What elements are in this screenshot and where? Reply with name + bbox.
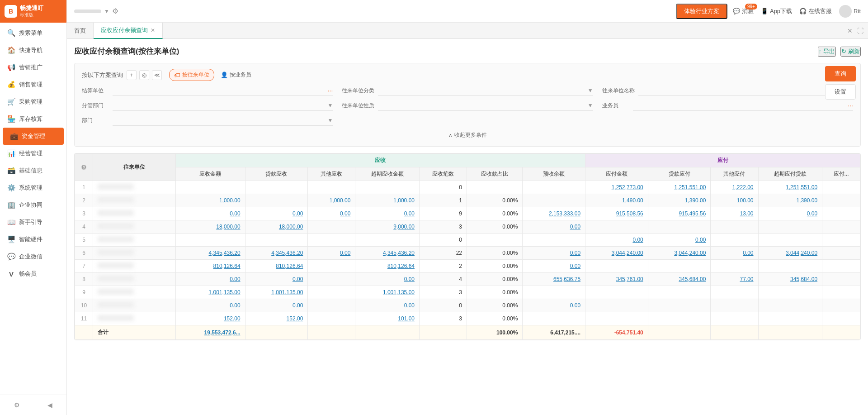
sidebar-item-marketing[interactable]: 📢 营销推广 — [0, 59, 66, 76]
query-button[interactable]: 查询 — [825, 66, 856, 81]
cell-prepay[interactable]: 0.00 — [523, 220, 585, 234]
tab-close-btn[interactable]: ✕ — [151, 27, 155, 33]
window-expand-btn[interactable]: ⛶ — [857, 27, 863, 34]
cell-loan_ar[interactable]: 0.00 — [245, 299, 308, 312]
cell-overdue_ar[interactable]: 0.00 — [355, 273, 420, 286]
cell-ar_amount[interactable]: 810,126.64 — [175, 260, 245, 273]
cell-ar_amount[interactable]: 18,000.00 — [175, 220, 245, 234]
collapse-btn[interactable]: ∧ 收起更多条件 — [82, 129, 853, 141]
sidebar-item-purchase[interactable]: 🛒 采购管理 — [0, 93, 66, 110]
cell-overdue_ar[interactable]: 810,126.64 — [355, 260, 420, 273]
cell-ar_amount[interactable]: 0.00 — [175, 273, 245, 286]
refresh-button[interactable]: ↻ 刷新 — [840, 47, 861, 57]
tab-query[interactable]: 应收应付余额查询 ✕ — [94, 23, 163, 39]
sidebar-item-inventory[interactable]: 🏪 库存核算 — [0, 110, 66, 128]
field-unit-category-input[interactable] — [378, 86, 587, 95]
sidebar-item-base[interactable]: 🗃️ 基础信息 — [0, 162, 66, 179]
cell-ap_amount[interactable]: 345,761.00 — [585, 273, 648, 286]
cell-other_ar[interactable]: 0.00 — [308, 247, 355, 260]
sidebar-item-wechat[interactable]: 💬 企业微信 — [0, 248, 66, 265]
sidebar-item-guide[interactable]: 📖 新手引导 — [0, 214, 66, 231]
field-unit-name-input[interactable] — [638, 86, 853, 96]
sidebar-item-finance[interactable]: 💼 资金管理 — [3, 128, 64, 145]
cell-ar_amount[interactable]: 1,000.00 — [175, 194, 245, 207]
cell-overdue_ap[interactable]: 3,044,240.00 — [758, 247, 822, 260]
cell-ap_amount[interactable]: 0.00 — [585, 234, 648, 247]
cell-other_ap[interactable]: 0.00 — [711, 247, 758, 260]
cell-overdue_ap[interactable]: 1,251,551.00 — [758, 181, 822, 194]
cell-loan_ar[interactable]: 0.00 — [245, 207, 308, 220]
cell-loan_ap[interactable]: 1,390.00 — [648, 194, 711, 207]
cell-overdue_ap[interactable]: 0.00 — [758, 207, 822, 220]
cell-ar_amount[interactable]: 4,345,436.20 — [175, 247, 245, 260]
cell-loan_ap[interactable]: 915,495.56 — [648, 207, 711, 220]
cell-loan_ap[interactable]: 0.00 — [648, 234, 711, 247]
cell-ap_amount[interactable]: 3,044,240.00 — [585, 247, 648, 260]
cell-other_ap[interactable]: 100.00 — [711, 194, 758, 207]
window-close-btn[interactable]: ✕ — [847, 27, 853, 34]
cell-prepay[interactable]: 0.00 — [523, 247, 585, 260]
cell-ar_amount[interactable]: 0.00 — [175, 207, 245, 220]
field-dept-manage-input[interactable] — [113, 100, 327, 110]
sidebar-item-quicknav[interactable]: 🏠 快捷导航 — [0, 42, 66, 59]
dept-chevron-icon[interactable]: ▼ — [327, 117, 333, 124]
unit-category-chevron-icon[interactable]: ▼ — [588, 87, 593, 94]
tab-home[interactable]: 首页 — [67, 23, 94, 39]
sidebar-item-system[interactable]: ⚙️ 系统管理 — [0, 179, 66, 196]
cell-overdue_ar[interactable]: 0.00 — [355, 299, 420, 312]
table-settings-icon[interactable]: ⚙ — [81, 164, 87, 171]
cell-other_ap[interactable]: 1,222.00 — [711, 181, 758, 194]
sidebar-item-sales[interactable]: 💰 销售管理 — [0, 76, 66, 93]
cell-ar_amount[interactable]: 152.00 — [175, 312, 245, 325]
cell-overdue_ar[interactable]: 101.00 — [355, 312, 420, 325]
header-dropdown-btn[interactable]: ▼ — [104, 8, 109, 14]
header-breadcrumb-input[interactable] — [74, 10, 101, 13]
cell-ap_amount[interactable]: 1,490.00 — [585, 194, 648, 207]
cell-overdue_ap[interactable]: 1,390.00 — [758, 194, 822, 207]
add-scheme-btn[interactable]: + — [127, 70, 137, 80]
search-tab-by-unit[interactable]: 🏷 按往来单位 — [169, 69, 214, 81]
service-action[interactable]: 🎧 在线客服 — [799, 7, 832, 15]
sidebar-settings-btn[interactable]: ⚙ — [9, 399, 24, 411]
cell-other_ap[interactable]: 77.00 — [711, 273, 758, 286]
cell-prepay[interactable]: 655,636.75 — [523, 273, 585, 286]
field-unit-nature-input[interactable] — [378, 100, 587, 110]
field-settle-unit-input[interactable] — [113, 86, 328, 95]
cell-overdue_ap[interactable]: 345,684.00 — [758, 273, 822, 286]
cell-loan_ar[interactable]: 1,001,135.00 — [245, 286, 308, 299]
message-action[interactable]: 💬 消息 99+ — [733, 7, 754, 15]
cell-prepay[interactable]: 2,153,333.00 — [523, 207, 585, 220]
cell-loan_ar[interactable]: 4,345,436.20 — [245, 247, 308, 260]
cell-overdue_ar[interactable]: 1,000.00 — [355, 194, 420, 207]
cell-loan_ar[interactable]: 810,126.64 — [245, 260, 308, 273]
cell-ap_amount[interactable]: 1,252,773.00 — [585, 181, 648, 194]
salesman-dots-icon[interactable]: ··· — [848, 102, 853, 109]
edit-scheme-btn[interactable]: ◎ — [139, 70, 149, 80]
cell-prepay[interactable]: 0.00 — [523, 260, 585, 273]
sidebar-item-corp[interactable]: 🏢 企业协同 — [0, 196, 66, 214]
cell-loan_ar[interactable]: 152.00 — [245, 312, 308, 325]
cell-ar_amount[interactable]: 1,001,135.00 — [175, 286, 245, 299]
sidebar-item-member[interactable]: V 畅会员 — [0, 265, 66, 282]
cell-ar_amount[interactable]: 0.00 — [175, 299, 245, 312]
cell-ap_amount[interactable]: 915,508.56 — [585, 207, 648, 220]
settings-button[interactable]: 设置 — [825, 84, 856, 100]
appdownload-action[interactable]: 📱 App下载 — [761, 7, 792, 15]
export-button[interactable]: ↑ 导出 — [818, 47, 836, 57]
cell-loan_ap[interactable]: 345,684.00 — [648, 273, 711, 286]
cell-other_ap[interactable]: 13.00 — [711, 207, 758, 220]
sidebar-collapse-btn[interactable]: ◀ — [43, 399, 57, 411]
cell-overdue_ar[interactable]: 0.00 — [355, 207, 420, 220]
sidebar-item-biz[interactable]: 📊 经营管理 — [0, 145, 66, 162]
search-tab-by-staff[interactable]: 👤 按业务员 — [216, 69, 256, 81]
field-salesman-input[interactable] — [633, 100, 848, 110]
promo-button[interactable]: 体验行业方案 — [676, 4, 727, 19]
sidebar-item-search[interactable]: 🔍 搜索菜单 — [0, 24, 66, 42]
header-gear-icon[interactable]: ⚙ — [112, 7, 118, 15]
cell-overdue_ar[interactable]: 9,000.00 — [355, 220, 420, 234]
cell-loan_ar[interactable]: 18,000.00 — [245, 220, 308, 234]
more-scheme-btn[interactable]: ≪ — [152, 70, 162, 80]
unit-nature-chevron-icon[interactable]: ▼ — [588, 102, 593, 109]
dept-manage-chevron-icon[interactable]: ▼ — [327, 102, 333, 109]
cell-other_ar[interactable]: 0.00 — [308, 207, 355, 220]
